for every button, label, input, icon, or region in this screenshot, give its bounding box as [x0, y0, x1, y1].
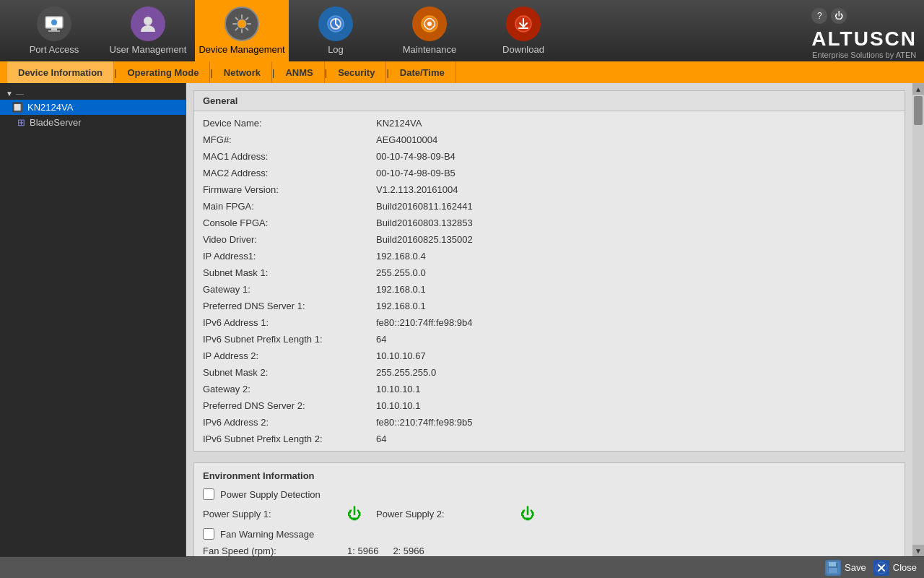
- sidebar-item-kn2124va[interactable]: 🔲 KN2124VA: [0, 100, 186, 115]
- scroll-up-button[interactable]: ▲: [912, 83, 924, 95]
- info-row: Video Driver: Build20160825.135002: [194, 231, 905, 248]
- fan-warning-label: Fan Warning Message: [220, 529, 314, 540]
- fan-warning-row: Fan Warning Message: [203, 528, 896, 540]
- info-value: fe80::210:74ff:fe98:9b4: [376, 317, 473, 328]
- device-icon: 🔲: [12, 102, 23, 113]
- fan-speed-2: 2: 5966: [393, 545, 424, 556]
- info-label: IP Address 2:: [203, 350, 376, 361]
- info-row: IPv6 Address 1: fe80::210:74ff:fe98:9b4: [194, 314, 905, 331]
- power-supply-1-icon: ⏻: [347, 506, 362, 522]
- info-label: Video Driver:: [203, 234, 376, 245]
- save-label: Save: [845, 562, 866, 573]
- info-value: AEG40010004: [376, 134, 437, 145]
- tree-minus-icon: —: [16, 89, 24, 98]
- power-supply-2-label: Power Supply 2:: [376, 509, 520, 519]
- sidebar-item-bladeserver[interactable]: ⊞ BladeServer: [0, 115, 186, 130]
- info-row: IP Address1: 192.168.0.4: [194, 248, 905, 264]
- power-supply-2-icon: ⏻: [520, 506, 535, 522]
- info-value: 192.168.0.1: [376, 301, 426, 311]
- tab-device-information[interactable]: Device Information: [7, 61, 114, 83]
- close-button[interactable]: Close: [873, 560, 917, 576]
- nav-user-management[interactable]: User Management: [101, 0, 195, 61]
- save-icon: [825, 560, 841, 576]
- svg-rect-2: [48, 30, 60, 32]
- top-navigation: Port Access User Management Device Manag…: [0, 0, 924, 61]
- info-value: 10.10.10.67: [376, 350, 426, 361]
- info-value: V1.2.113.20161004: [376, 184, 458, 195]
- tab-date-time[interactable]: Date/Time: [389, 61, 456, 83]
- help-icon[interactable]: ?: [811, 8, 827, 24]
- tab-anms[interactable]: ANMS: [274, 61, 324, 83]
- bottom-buttons: Save Close: [825, 560, 917, 576]
- top-right-icons: ? ⏻: [811, 2, 847, 24]
- info-value: 192.168.0.1: [376, 284, 426, 295]
- general-section: General Device Name: KN2124VA MFG#: AEG4…: [193, 90, 905, 452]
- sidebar-label-bladeserver: BladeServer: [30, 117, 82, 128]
- download-label: Download: [502, 44, 544, 55]
- info-value: Build20160825.135002: [376, 234, 473, 245]
- scroll-thumb[interactable]: [914, 96, 923, 125]
- info-row: Subnet Mask 2: 255.255.255.0: [194, 364, 905, 381]
- log-label: Log: [328, 44, 344, 55]
- info-row: IPv6 Subnet Prefix Length 1: 64: [194, 331, 905, 348]
- info-value: Build20160811.162441: [376, 201, 473, 212]
- fan-speed-row: Fan Speed (rpm): 1: 5966 2: 5966: [203, 545, 896, 556]
- info-label: IPv6 Address 1:: [203, 317, 376, 328]
- info-label: Device Name:: [203, 118, 376, 129]
- port-access-icon: [37, 7, 71, 41]
- nav-device-management[interactable]: Device Management: [195, 0, 289, 61]
- power-supply-detection-checkbox[interactable]: [203, 488, 214, 500]
- info-label: Preferred DNS Server 2:: [203, 400, 376, 411]
- info-value: 10.10.10.1: [376, 384, 420, 394]
- info-row: Gateway 2: 10.10.10.1: [194, 381, 905, 397]
- main-area: ▼ — 🔲 KN2124VA ⊞ BladeServer General Dev…: [0, 83, 924, 556]
- tab-operating-mode[interactable]: Operating Mode: [116, 61, 210, 83]
- info-row: Subnet Mask 1: 255.255.0.0: [194, 264, 905, 281]
- info-label: IP Address1:: [203, 251, 376, 262]
- save-button[interactable]: Save: [825, 560, 866, 576]
- sidebar: ▼ — 🔲 KN2124VA ⊞ BladeServer: [0, 83, 186, 556]
- info-label: Main FPGA:: [203, 201, 376, 212]
- info-row: IP Address 2: 10.10.10.67: [194, 348, 905, 364]
- nav-maintenance[interactable]: Maintenance: [383, 0, 476, 61]
- power-supply-row: Power Supply 1: ⏻ Power Supply 2: ⏻: [203, 506, 896, 522]
- nav-port-access[interactable]: Port Access: [7, 0, 101, 61]
- port-access-label: Port Access: [30, 44, 79, 55]
- user-management-icon: [131, 7, 165, 41]
- svg-rect-1: [51, 28, 57, 30]
- scroll-down-button[interactable]: ▼: [912, 545, 924, 556]
- info-row: Console FPGA: Build20160803.132853: [194, 215, 905, 231]
- svg-rect-11: [518, 27, 528, 29]
- nav-download[interactable]: Download: [476, 0, 570, 61]
- info-label: Preferred DNS Server 1:: [203, 301, 376, 311]
- info-label: Gateway 2:: [203, 384, 376, 394]
- info-value: 255.255.255.0: [376, 367, 436, 378]
- info-row: Firmware Version: V1.2.113.20161004: [194, 181, 905, 198]
- right-scrollbar[interactable]: ▲ ▼: [912, 83, 924, 556]
- info-label: Subnet Mask 1:: [203, 267, 376, 278]
- nav-log[interactable]: Log: [289, 0, 383, 61]
- sub-navigation: Device Information | Operating Mode | Ne…: [0, 61, 924, 83]
- info-label: IPv6 Address 2:: [203, 417, 376, 428]
- content-panel[interactable]: General Device Name: KN2124VA MFG#: AEG4…: [186, 83, 912, 556]
- info-row: Preferred DNS Server 2: 10.10.10.1: [194, 397, 905, 414]
- info-value: KN2124VA: [376, 118, 422, 129]
- info-row: Device Name: KN2124VA: [194, 115, 905, 131]
- info-value: 10.10.10.1: [376, 400, 420, 411]
- tree-root-expand[interactable]: ▼ —: [0, 87, 186, 100]
- logo-sub: Enterprise Solutions by ATEN: [812, 51, 916, 59]
- svg-point-4: [144, 17, 152, 25]
- tab-network[interactable]: Network: [213, 61, 272, 83]
- fan-warning-checkbox[interactable]: [203, 528, 214, 540]
- power-supply-1-label: Power Supply 1:: [203, 509, 347, 519]
- info-row: MFG#: AEG40010004: [194, 131, 905, 148]
- user-management-label: User Management: [110, 44, 187, 55]
- info-value: 64: [376, 434, 386, 444]
- info-label: MAC1 Address:: [203, 151, 376, 162]
- sidebar-label-kn2124va: KN2124VA: [27, 102, 73, 113]
- power-icon[interactable]: ⏻: [831, 8, 847, 24]
- fan-speed-label: Fan Speed (rpm):: [203, 545, 347, 556]
- info-row: Main FPGA: Build20160811.162441: [194, 198, 905, 215]
- info-label: MFG#:: [203, 134, 376, 145]
- tab-security[interactable]: Security: [327, 61, 386, 83]
